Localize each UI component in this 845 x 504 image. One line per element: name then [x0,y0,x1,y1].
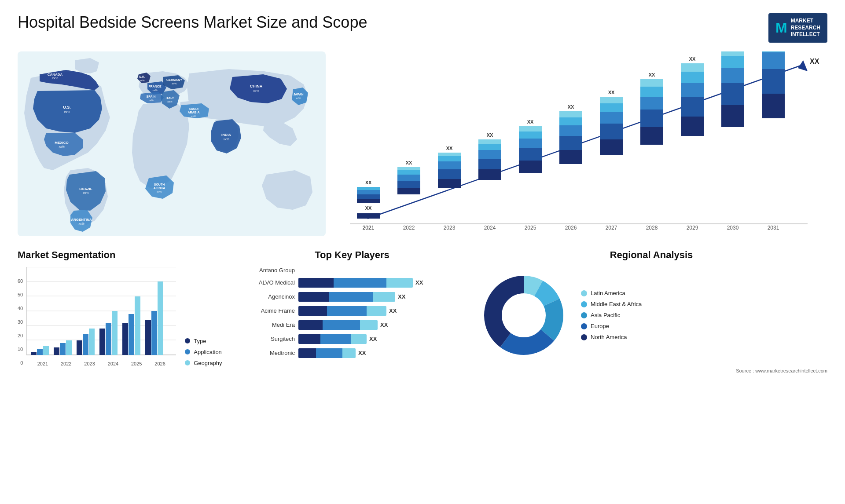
svg-rect-87 [640,127,663,145]
player-xx-surgitech: XX [369,336,377,342]
svg-rect-54 [438,161,461,169]
legend-asia-pacific: Asia Pacific [581,312,642,318]
svg-rect-126 [43,346,49,355]
svg-rect-88 [640,110,663,127]
svg-rect-77 [559,111,582,117]
svg-rect-75 [559,125,582,136]
svg-text:xx%: xx% [223,138,229,141]
player-name-acime: Acime Frame [238,307,295,314]
svg-rect-95 [681,97,704,117]
svg-rect-124 [31,352,37,355]
svg-text:xx%: xx% [78,222,84,225]
svg-text:2028: 2028 [646,225,658,231]
svg-text:2031: 2031 [768,225,779,231]
player-agencinox: Agencinox XX [238,292,467,302]
svg-text:AFRICA: AFRICA [154,186,165,190]
svg-text:2026: 2026 [565,225,577,231]
svg-text:2029: 2029 [687,225,698,231]
geography-legend-dot [185,360,190,365]
svg-text:2023: 2023 [444,225,456,231]
growth-chart-svg: XX XX 2021 [339,51,827,236]
svg-rect-68 [519,139,542,148]
player-xx-medtronic: XX [358,350,366,356]
asia-pacific-dot [581,312,587,318]
svg-rect-66 [519,161,542,173]
svg-rect-105 [721,51,744,56]
svg-text:ITALY: ITALY [165,96,174,99]
players-title: Top Key Players [238,249,467,261]
legend-north-america: North America [581,334,642,340]
svg-rect-74 [559,136,582,150]
mea-dot [581,301,587,307]
svg-text:SAUDI: SAUDI [189,107,198,110]
svg-rect-137 [129,314,134,355]
player-name-antano: Antano Group [238,267,295,274]
svg-rect-37 [357,213,380,219]
svg-text:ARABIA: ARABIA [187,111,199,114]
svg-text:U.K.: U.K. [139,75,145,78]
segmentation-title: Market Segmentation [18,249,229,261]
svg-rect-94 [681,117,704,136]
north-america-label: North America [591,334,627,340]
svg-text:XX: XX [487,132,493,138]
svg-rect-111 [762,51,785,52]
latin-america-dot [581,290,587,296]
application-label: Application [194,349,222,355]
svg-rect-73 [559,150,582,164]
regional-inner: Latin America Middle East & Africa Asia … [475,267,827,364]
mea-label: Middle East & Africa [591,301,642,307]
player-bar-agencinox: XX [298,292,467,302]
logo-letter: M [775,18,787,38]
player-bar-mediera: XX [298,320,467,330]
logo-box: M MARKET RESEARCH INTELLECT [768,13,827,43]
svg-rect-136 [122,323,128,355]
svg-rect-109 [762,69,785,94]
legend-europe: Europe [581,323,642,329]
svg-text:XX: XX [608,90,615,95]
regional-legend: Latin America Middle East & Africa Asia … [581,290,642,340]
player-name-agencinox: Agencinox [238,293,295,300]
bottom-row: Market Segmentation 60 50 40 30 20 10 0 [18,249,827,373]
player-name-alvo: ALVO Medical [238,279,295,286]
svg-rect-53 [438,169,461,179]
players-section: Top Key Players Antano Group ALVO Medica… [238,249,467,362]
svg-rect-82 [600,112,623,124]
svg-text:GERMANY: GERMANY [166,78,182,81]
player-name-mediera: Medi Era [238,321,295,328]
svg-rect-130 [77,340,82,355]
svg-text:2030: 2030 [727,225,739,231]
svg-text:XX: XX [810,58,819,65]
legend-application: Application [185,349,222,355]
application-legend-dot [185,349,190,354]
svg-rect-61 [478,150,501,159]
player-bar-medtronic: XX [298,348,467,358]
growth-chart: XX XX 2021 [339,51,827,236]
svg-rect-59 [478,169,501,180]
svg-text:xx%: xx% [148,99,154,102]
svg-text:XX: XX [689,56,696,62]
donut-chart [475,267,572,364]
player-alvo: ALVO Medical XX [238,278,467,288]
player-mediera: Medi Era XX [238,320,467,330]
regional-title: Regional Analysis [475,249,827,261]
svg-text:XX: XX [649,72,655,77]
svg-rect-46 [397,181,420,188]
svg-rect-52 [438,179,461,188]
type-legend-dot [185,338,190,343]
svg-rect-108 [762,94,785,118]
legend-latin-america: Latin America [581,290,642,296]
svg-rect-47 [397,175,420,181]
svg-text:SPAIN: SPAIN [147,95,156,98]
svg-rect-39 [357,199,380,203]
svg-rect-40 [357,194,380,199]
svg-text:xx%: xx% [157,190,162,193]
europe-dot [581,323,587,329]
player-medtronic: Medtronic XX [238,348,467,358]
svg-rect-139 [145,320,151,355]
map-svg: CANADA xx% U.S. xx% MEXICO xx% BRAZIL xx… [18,51,326,236]
svg-rect-81 [600,124,623,139]
svg-text:2022: 2022 [403,225,415,231]
svg-rect-96 [681,83,704,97]
svg-rect-101 [721,105,744,127]
svg-text:xx%: xx% [83,191,88,194]
